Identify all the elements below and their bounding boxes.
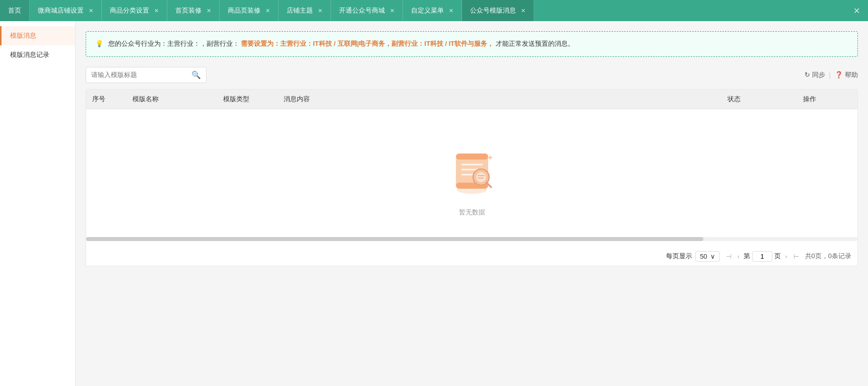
tab-close-shop-settings[interactable]: ✕	[89, 8, 93, 14]
page-unit: 页	[774, 252, 781, 261]
col-action: 操作	[797, 90, 857, 109]
svg-rect-2	[456, 153, 488, 160]
empty-state: 暂无数据	[86, 109, 857, 237]
tab-close-template-msg[interactable]: ✕	[521, 8, 525, 14]
toolbar-right: ↻ 同步 | ❓ 帮助	[805, 70, 858, 80]
tab-product-category[interactable]: 商品分类设置 ✕	[102, 0, 167, 21]
tab-bar: 首页 微商城店铺设置 ✕ 商品分类设置 ✕ 首页装修 ✕ 商品页装修 ✕ 店铺主…	[0, 0, 868, 21]
notice-icon: 💡	[95, 40, 103, 47]
notice-text1: 您的公众号行业为：主营行业：，副营行业：	[108, 40, 239, 47]
svg-point-8	[476, 172, 486, 182]
horizontal-scrollbar[interactable]	[86, 237, 857, 241]
table-container: 序号 模版名称 模版类型 消息内容 状态 操作	[86, 89, 858, 266]
tab-template-msg[interactable]: 公众号模版消息 ✕	[462, 0, 534, 21]
prev-page-button[interactable]: ‹	[736, 252, 742, 261]
per-page-select: 每页显示 50 ∨	[666, 251, 719, 262]
tab-product-decor[interactable]: 商品页装修 ✕	[220, 0, 279, 21]
search-input-wrap: 🔍	[86, 67, 207, 83]
sidebar-item-template-record[interactable]: 模版消息记录	[0, 45, 75, 64]
per-page-label: 每页显示	[666, 252, 692, 261]
tab-custom-menu[interactable]: 自定义菜单 ✕	[403, 0, 462, 21]
tab-close-product-decor[interactable]: ✕	[265, 8, 270, 14]
tab-close-open-mall[interactable]: ✕	[390, 8, 394, 14]
col-status: 状态	[721, 90, 797, 109]
sync-icon: ↻	[805, 71, 810, 79]
notice-highlight: 需要设置为：主营行业：IT科技 / 互联网|电子商务，副营行业：IT科技 / I…	[241, 40, 494, 47]
page-input-wrap: 第 页	[744, 251, 781, 262]
notice-box: 💡 您的公众号行业为：主营行业：，副营行业： 需要设置为：主营行业：IT科技 /…	[86, 31, 858, 57]
tab-shop-theme[interactable]: 店铺主题 ✕	[279, 0, 331, 21]
tab-open-mall[interactable]: 开通公众号商城 ✕	[331, 0, 403, 21]
help-button[interactable]: ❓ 帮助	[835, 70, 858, 80]
notice-text2: 才能正常发送预置的消息。	[496, 40, 574, 47]
sync-button[interactable]: ↻ 同步	[805, 70, 825, 80]
tab-close-custom-menu[interactable]: ✕	[449, 8, 453, 14]
col-content: 消息内容	[278, 90, 721, 109]
col-name: 模版名称	[126, 90, 217, 109]
page-input[interactable]	[752, 251, 772, 262]
empty-text: 暂无数据	[459, 208, 485, 217]
page-total: 共0页，0条记录	[805, 252, 851, 261]
sidebar: 模版消息 模版消息记录	[0, 21, 76, 386]
per-page-arrow-icon: ∨	[710, 253, 715, 260]
tab-shop-settings[interactable]: 微商城店铺设置 ✕	[30, 0, 102, 21]
search-bar: 🔍 ↻ 同步 | ❓ 帮助	[86, 67, 858, 83]
tab-close-homepage-decor[interactable]: ✕	[207, 8, 211, 14]
tab-close-product-category[interactable]: ✕	[154, 8, 159, 14]
toolbar-divider: |	[829, 71, 831, 79]
page-label: 第	[744, 252, 750, 261]
col-seq: 序号	[86, 90, 126, 109]
sidebar-item-template-msg[interactable]: 模版消息	[0, 26, 75, 45]
next-page-button[interactable]: ›	[783, 252, 789, 261]
first-page-button[interactable]: ⊣	[724, 252, 733, 261]
empty-icon	[442, 139, 502, 200]
pagination: 每页显示 50 ∨ ⊣ ‹ 第 页 › ⊢	[86, 247, 857, 266]
tab-bar-close-button[interactable]: ✕	[845, 6, 868, 16]
help-icon: ❓	[835, 71, 843, 79]
tab-home[interactable]: 首页	[0, 0, 30, 21]
last-page-button[interactable]: ⊢	[791, 252, 801, 261]
tab-close-shop-theme[interactable]: ✕	[318, 8, 322, 14]
tab-homepage-decor[interactable]: 首页装修 ✕	[167, 0, 220, 21]
per-page-value: 50	[700, 253, 707, 260]
table-header: 序号 模版名称 模版类型 消息内容 状态 操作	[86, 90, 857, 109]
per-page-dropdown[interactable]: 50 ∨	[695, 251, 719, 262]
col-type: 模版类型	[217, 90, 278, 109]
page-navigation: ⊣ ‹ 第 页 › ⊢	[724, 251, 801, 262]
main-layout: 模版消息 模版消息记录 💡 您的公众号行业为：主营行业：，副营行业： 需要设置为…	[0, 21, 868, 386]
scroll-thumb[interactable]	[86, 237, 703, 241]
search-input[interactable]	[91, 71, 191, 79]
search-button[interactable]: 🔍	[191, 70, 201, 80]
content-area: 💡 您的公众号行业为：主营行业：，副营行业： 需要设置为：主营行业：IT科技 /…	[76, 21, 868, 386]
